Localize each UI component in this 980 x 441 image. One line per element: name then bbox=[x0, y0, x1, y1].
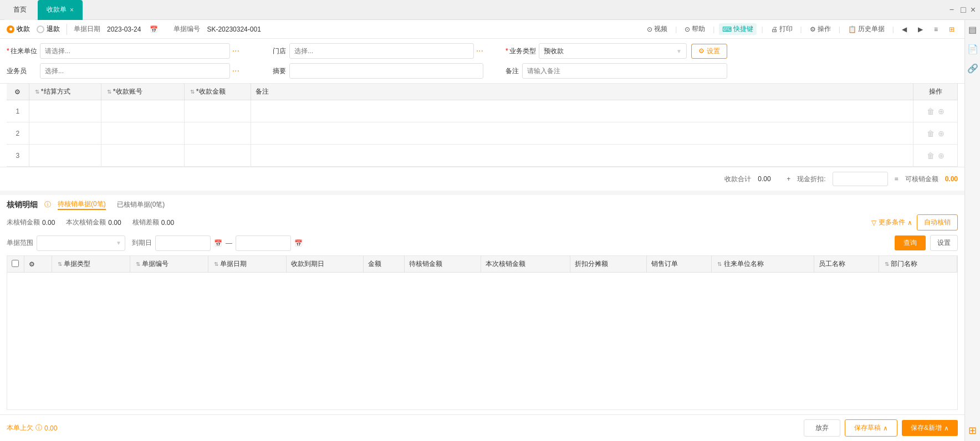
verify-section: 核销明细 ⓘ 待核销单据(0笔) 已核销单据(0笔) 未核销金额 0.00 本次… bbox=[0, 195, 964, 414]
row-1-copy-icon[interactable]: ⊕ bbox=[938, 107, 945, 116]
table-row: 2 🗑 ⊕ bbox=[7, 122, 958, 145]
row-2-delete-icon[interactable]: 🗑 bbox=[927, 129, 935, 138]
row-3-copy-icon[interactable]: ⊕ bbox=[938, 151, 945, 160]
checkbox-col-header[interactable] bbox=[7, 256, 24, 273]
radio-receipt[interactable]: 收款 bbox=[7, 24, 30, 34]
verify-settings-btn[interactable]: 设置 bbox=[930, 235, 958, 251]
salesperson-more-btn[interactable]: ··· bbox=[232, 66, 239, 75]
this-check-value: 0.00 bbox=[108, 219, 121, 227]
shortcut-btn[interactable]: ⌨ 快捷键 bbox=[719, 23, 757, 35]
verify-filter-row: 单据范围 ▼ 到期日 2022-04-01 📅 — 2022-04-12 📅 bbox=[7, 235, 958, 251]
note-input[interactable] bbox=[522, 63, 727, 79]
verify-info-icon[interactable]: ⓘ bbox=[44, 200, 51, 209]
row-3-amount[interactable] bbox=[184, 145, 251, 167]
help-btn[interactable]: ⊙ 帮助 bbox=[681, 23, 708, 35]
radio-receipt-circle bbox=[7, 25, 14, 33]
col-doc-type: ⇅ 单据类型 bbox=[52, 256, 130, 273]
history-btn[interactable]: 📋 历史单据 bbox=[845, 23, 888, 35]
settings-col-header[interactable]: ⚙ bbox=[7, 84, 29, 100]
table-settings-icon-2[interactable]: ⚙ bbox=[29, 260, 35, 268]
summary-row: 收款合计 0.00 + 现金折扣: = 可核销金额 0.00 bbox=[0, 167, 964, 191]
filter-icon: ▽ bbox=[871, 219, 876, 227]
date-value: 2023-03-24 bbox=[107, 25, 141, 33]
plus-sign: + bbox=[787, 175, 790, 183]
operation-btn[interactable]: ⚙ 操作 bbox=[807, 23, 834, 35]
table-row: 1 🗑 ⊕ bbox=[7, 100, 958, 122]
shop-input[interactable] bbox=[289, 43, 474, 59]
save-new-btn[interactable]: 保存&新增 ∧ bbox=[902, 420, 958, 436]
row-2-account[interactable] bbox=[101, 122, 184, 145]
print-btn[interactable]: 🖨 打印 bbox=[768, 23, 796, 35]
sidebar-icon-table[interactable]: ▤ bbox=[968, 24, 977, 35]
table-settings-icon[interactable]: ⚙ bbox=[14, 88, 21, 96]
sort-icon-settlement[interactable]: ⇅ bbox=[35, 89, 39, 95]
col-settings-header[interactable]: ⚙ bbox=[24, 256, 52, 273]
window-controls: － □ × bbox=[947, 4, 976, 16]
bottom-bar: 本单上欠 ⓘ 0.00 放弃 保存草稿 ∧ 保存&新增 ∧ bbox=[0, 414, 964, 441]
row-2-amount[interactable] bbox=[184, 122, 251, 145]
sidebar-icon-link[interactable]: 🔗 bbox=[967, 63, 978, 74]
doc-range-select[interactable]: ▼ bbox=[37, 235, 125, 251]
prev-btn[interactable]: ◀ bbox=[899, 24, 910, 34]
sort-icon-amount[interactable]: ⇅ bbox=[190, 89, 195, 95]
shop-more-btn[interactable]: ··· bbox=[476, 47, 483, 55]
business-type-select[interactable]: 预收款 ▼ bbox=[539, 43, 687, 59]
grid-view-btn[interactable]: ⊞ bbox=[946, 24, 958, 34]
setting-button[interactable]: ⚙ 设置 bbox=[691, 44, 727, 59]
sidebar-icon-active[interactable]: ⊞ bbox=[968, 424, 977, 437]
date-from-input[interactable]: 2022-04-01 bbox=[155, 235, 211, 251]
row-3-settlement[interactable] bbox=[29, 145, 101, 167]
shop-field: 门店 ··· bbox=[273, 43, 483, 59]
remark-col-header: 备注 bbox=[251, 84, 913, 100]
abandon-btn[interactable]: 放弃 bbox=[804, 419, 840, 437]
form-row-1: 往来单位 ··· 门店 ··· 业务类型 预收款 ▼ bbox=[7, 43, 958, 59]
sort-icon-account[interactable]: ⇅ bbox=[107, 89, 111, 95]
row-1-amount[interactable] bbox=[184, 100, 251, 122]
video-btn[interactable]: ⊙ 视频 bbox=[644, 23, 671, 35]
row-1-remark[interactable] bbox=[251, 100, 913, 122]
calendar-to-icon[interactable]: 📅 bbox=[294, 239, 303, 247]
auto-verify-btn[interactable]: 自动核销 bbox=[917, 214, 958, 230]
calendar-from-icon[interactable]: 📅 bbox=[214, 239, 222, 247]
row-1-settlement[interactable] bbox=[29, 100, 101, 122]
business-type-label: 业务类型 bbox=[506, 47, 539, 56]
row-3-account[interactable] bbox=[101, 145, 184, 167]
minimize-btn[interactable]: － bbox=[947, 4, 956, 16]
close-btn[interactable]: × bbox=[971, 5, 976, 15]
row-1-delete-icon[interactable]: 🗑 bbox=[927, 107, 935, 116]
calendar-icon[interactable]: 📅 bbox=[150, 25, 158, 33]
row-2-settlement[interactable] bbox=[29, 122, 101, 145]
row-3-remark[interactable] bbox=[251, 145, 913, 167]
row-2-remark[interactable] bbox=[251, 122, 913, 145]
tab-receipt-close[interactable]: × bbox=[70, 6, 74, 14]
query-btn[interactable]: 查询 bbox=[895, 235, 926, 250]
toolbar-divider-1 bbox=[67, 24, 67, 35]
sidebar-icon-doc[interactable]: 📄 bbox=[967, 44, 978, 54]
discount-input[interactable] bbox=[833, 172, 888, 186]
select-all-checkbox[interactable] bbox=[12, 260, 19, 267]
row-1-action: 🗑 ⊕ bbox=[913, 100, 958, 122]
tab-home[interactable]: 首页 bbox=[4, 0, 35, 20]
summary-input[interactable] bbox=[289, 63, 483, 79]
next-btn[interactable]: ▶ bbox=[915, 24, 926, 34]
history-icon: 📋 bbox=[848, 25, 856, 33]
row-2-num: 2 bbox=[7, 122, 29, 145]
draft-btn[interactable]: 保存草稿 ∧ bbox=[845, 419, 897, 437]
maximize-btn[interactable]: □ bbox=[961, 5, 966, 15]
done-tab-link[interactable]: 已核销单据(0笔) bbox=[117, 200, 165, 209]
date-to-input[interactable]: 2022-04-12 bbox=[236, 235, 291, 251]
more-conditions-btn[interactable]: ▽ 更多条件 ∧ bbox=[871, 218, 912, 227]
salesperson-input[interactable] bbox=[40, 63, 230, 79]
pending-tab-link[interactable]: 待核销单据(0笔) bbox=[58, 199, 106, 210]
radio-refund[interactable]: 退款 bbox=[37, 24, 60, 34]
list-view-btn[interactable]: ≡ bbox=[931, 24, 941, 34]
verify-title: 核销明细 bbox=[7, 200, 38, 210]
partner-input[interactable] bbox=[40, 43, 230, 59]
row-2-copy-icon[interactable]: ⊕ bbox=[938, 129, 945, 138]
tab-home-label: 首页 bbox=[13, 5, 27, 14]
due-date-range: 到期日 2022-04-01 📅 — 2022-04-12 📅 bbox=[132, 235, 303, 251]
tab-receipt[interactable]: 收款单 × bbox=[38, 0, 83, 20]
row-1-account[interactable] bbox=[101, 100, 184, 122]
row-3-delete-icon[interactable]: 🗑 bbox=[927, 151, 935, 160]
partner-more-btn[interactable]: ··· bbox=[232, 47, 239, 55]
